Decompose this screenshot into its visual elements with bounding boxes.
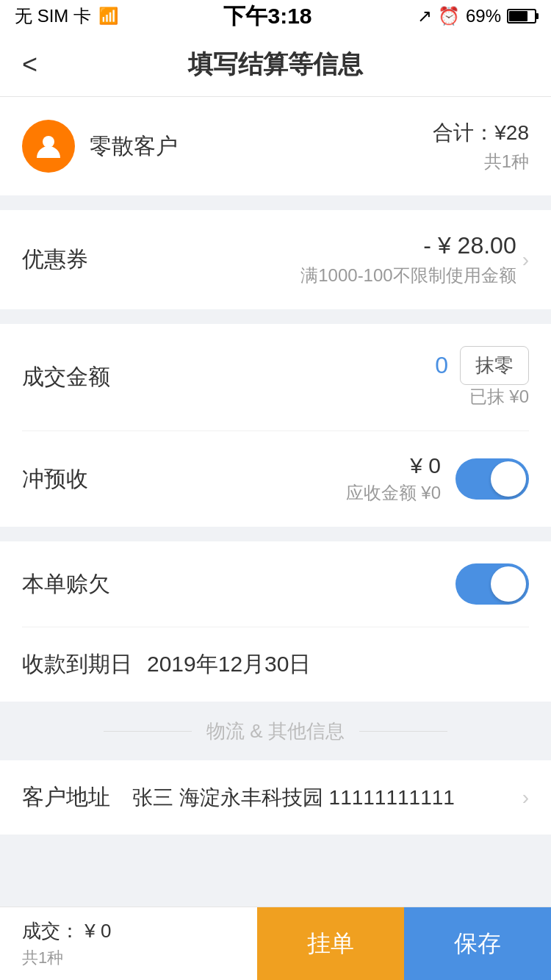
total-count: 共1种 bbox=[433, 150, 529, 173]
bottom-summary-label: 成交： ¥ 0 bbox=[22, 918, 235, 944]
bottom-bar: 成交： ¥ 0 共1种 挂单 保存 bbox=[0, 907, 551, 980]
address-value: 张三 海淀永丰科技园 11111111111 bbox=[132, 784, 516, 812]
status-left: 无 SIM 卡 📶 bbox=[15, 4, 118, 28]
credit-section: 本单赊欠 收款到期日 2019年12月30日 bbox=[0, 541, 551, 702]
location-icon: ↗ bbox=[417, 6, 432, 26]
coupon-section[interactable]: 优惠券 - ¥ 28.00 满1000-100不限制使用金额 › bbox=[0, 210, 551, 309]
prepay-toggle[interactable] bbox=[455, 458, 529, 500]
logistics-line-left bbox=[104, 731, 192, 732]
coupon-right: - ¥ 28.00 满1000-100不限制使用金额 › bbox=[300, 232, 529, 287]
deal-section: 成交金额 抹零 已抹 ¥0 冲预收 ¥ 0 应收金额 ¥0 bbox=[0, 324, 551, 527]
divider-3 bbox=[0, 527, 551, 541]
prepay-row: 冲预收 ¥ 0 应收金额 ¥0 bbox=[22, 431, 529, 527]
divider-1 bbox=[0, 195, 551, 210]
round-zero-button[interactable]: 抹零 bbox=[460, 346, 529, 385]
credit-toggle-knob bbox=[491, 566, 526, 602]
customer-name: 零散客户 bbox=[90, 131, 178, 162]
svg-point-0 bbox=[43, 136, 54, 148]
status-bar: 无 SIM 卡 📶 下午3:18 ↗ ⏰ 69% bbox=[0, 0, 551, 32]
deal-amount-controls: 抹零 bbox=[389, 346, 529, 385]
bottom-summary-count: 共1种 bbox=[22, 947, 235, 969]
bottom-summary: 成交： ¥ 0 共1种 bbox=[0, 918, 257, 969]
wifi-icon: 📶 bbox=[98, 7, 118, 26]
back-button[interactable]: < bbox=[22, 49, 37, 80]
prepay-values: ¥ 0 应收金额 ¥0 bbox=[346, 453, 441, 505]
address-label: 客户地址 bbox=[22, 782, 110, 813]
alarm-icon: ⏰ bbox=[438, 6, 460, 26]
customer-row: 零散客户 合计：¥28 共1种 bbox=[22, 97, 529, 195]
prepay-amount: ¥ 0 bbox=[346, 453, 441, 478]
save-button[interactable]: 保存 bbox=[404, 907, 551, 981]
coupon-desc: 满1000-100不限制使用金额 bbox=[300, 264, 516, 287]
divider-2 bbox=[0, 309, 551, 324]
already-rounded: 已抹 ¥0 bbox=[389, 385, 529, 408]
prepay-label: 冲预收 bbox=[22, 464, 88, 494]
customer-section: 零散客户 合计：¥28 共1种 bbox=[0, 97, 551, 195]
battery-percent: 69% bbox=[466, 6, 501, 26]
address-section[interactable]: 客户地址 张三 海淀永丰科技园 11111111111 › bbox=[0, 760, 551, 835]
prepay-right: ¥ 0 应收金额 ¥0 bbox=[346, 453, 529, 505]
customer-total: 合计：¥28 共1种 bbox=[433, 119, 529, 173]
address-chevron-icon: › bbox=[522, 786, 529, 810]
duedate-value: 2019年12月30日 bbox=[147, 649, 311, 680]
customer-info: 零散客户 bbox=[22, 120, 178, 173]
address-row[interactable]: 客户地址 张三 海淀永丰科技园 11111111111 › bbox=[22, 760, 529, 835]
duedate-row: 收款到期日 2019年12月30日 bbox=[22, 627, 529, 702]
person-icon bbox=[34, 131, 63, 161]
nav-bar: < 填写结算等信息 bbox=[0, 32, 551, 97]
chevron-right-icon: › bbox=[522, 248, 529, 272]
coupon-amount: - ¥ 28.00 bbox=[300, 232, 516, 259]
deal-amount-row: 成交金额 抹零 已抹 ¥0 bbox=[22, 324, 529, 431]
total-amount: 合计：¥28 bbox=[433, 119, 529, 147]
status-right: ↗ ⏰ 69% bbox=[417, 6, 536, 26]
credit-row: 本单赊欠 bbox=[22, 541, 529, 627]
credit-toggle[interactable] bbox=[455, 563, 529, 605]
sim-status: 无 SIM 卡 bbox=[15, 4, 91, 28]
duedate-label: 收款到期日 bbox=[22, 649, 132, 680]
avatar bbox=[22, 120, 75, 173]
deal-amount-right: 抹零 已抹 ¥0 bbox=[389, 346, 529, 408]
logistics-divider: 物流 & 其他信息 bbox=[0, 702, 551, 760]
deal-amount-label: 成交金额 bbox=[22, 362, 110, 392]
toggle-knob bbox=[491, 461, 526, 497]
credit-label: 本单赊欠 bbox=[22, 569, 110, 599]
logistics-label: 物流 & 其他信息 bbox=[206, 718, 345, 744]
deal-amount-input[interactable] bbox=[389, 352, 448, 379]
pending-button[interactable]: 挂单 bbox=[257, 907, 404, 981]
coupon-info: - ¥ 28.00 满1000-100不限制使用金额 bbox=[300, 232, 516, 287]
status-time: 下午3:18 bbox=[223, 1, 311, 32]
logistics-text: 物流 & 其他信息 bbox=[104, 718, 447, 744]
coupon-row[interactable]: 优惠券 - ¥ 28.00 满1000-100不限制使用金额 › bbox=[22, 210, 529, 309]
coupon-label: 优惠券 bbox=[22, 245, 88, 275]
page-title: 填写结算等信息 bbox=[188, 48, 363, 82]
prepay-receivable: 应收金额 ¥0 bbox=[346, 481, 441, 505]
battery-icon bbox=[507, 9, 536, 24]
logistics-line-right bbox=[359, 731, 447, 732]
